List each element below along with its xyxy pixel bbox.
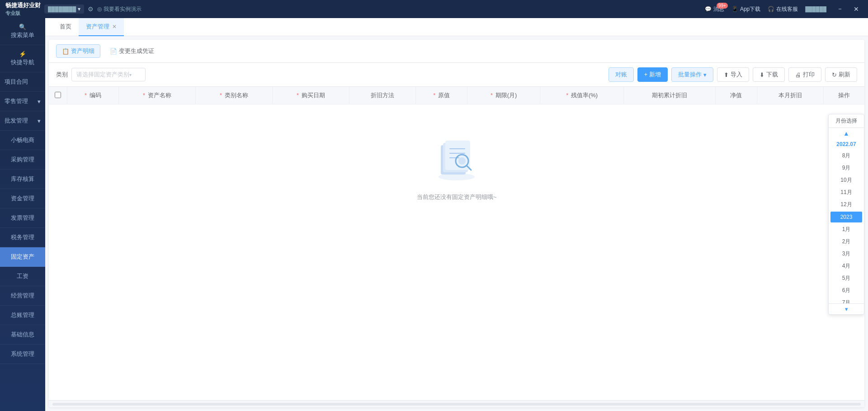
sidebar-item-wholesale[interactable]: 批发管理 ▾ [0, 111, 45, 131]
sub-tab-voucher-label: 变更生成凭证 [119, 47, 154, 55]
reconcile-button[interactable]: 对账 [609, 67, 634, 82]
sidebar-item-finance[interactable]: 资金管理 [0, 189, 45, 208]
scroll-down-button[interactable]: ▾ [829, 303, 864, 314]
month-list: 8月 9月 10月 11月 12 [829, 150, 864, 303]
sidebar-item-invoice[interactable]: 发票管理 [0, 208, 45, 228]
empty-state: 当前您还没有固定资产明细哦~ [49, 104, 864, 228]
demo-link[interactable]: ◎ 我要看实例演示 [97, 5, 142, 13]
tab-bar: 首页 资产管理 ✕ [45, 18, 868, 36]
chevron-down-icon: ▾ [78, 6, 80, 12]
sidebar-item-tax[interactable]: 税务管理 [0, 228, 45, 247]
sidebar-search[interactable]: 🔍 搜索菜单 [0, 18, 45, 45]
empty-text: 当前您还没有固定资产明细哦~ [417, 193, 497, 201]
filter-label: 类别 [56, 71, 68, 79]
sidebar-item-project[interactable]: 项目合同 [0, 72, 45, 92]
month-item-11[interactable]: 11月 [829, 186, 864, 198]
sidebar-item-ecommerce[interactable]: 小畅电商 [0, 131, 45, 150]
content-area: 首页 资产管理 ✕ 📋 资产明细 📄 变更生成凭证 [45, 18, 868, 411]
sidebar-item-system[interactable]: 系统管理 [0, 345, 45, 364]
tab-close-icon[interactable]: ✕ [112, 24, 117, 30]
tab-home[interactable]: 首页 [52, 18, 79, 36]
online-service-button[interactable]: 🎧 在线客服 [768, 5, 798, 13]
sidebar-item-label: 项目合同 [5, 78, 28, 86]
month-item-year-2023[interactable]: 2023 [830, 212, 862, 222]
import-button[interactable]: ⬆ 导入 [717, 67, 749, 82]
month-item-8[interactable]: 8月 [829, 150, 864, 162]
chevron-down-icon: ▾ [38, 118, 41, 124]
sidebar-item-quick-nav[interactable]: ⚡ 快捷导航 [0, 45, 45, 72]
sidebar-item-purchase[interactable]: 采购管理 [0, 150, 45, 170]
month-selector-panel: 月份选择 ▲ 2022.07 8月 9月 10月 [828, 114, 864, 315]
sub-tab-detail-label: 资产明细 [71, 47, 94, 55]
print-label: 打印 [803, 71, 815, 79]
nav-icon: ⚡ [19, 51, 26, 57]
sidebar-item-label: 总账管理 [11, 311, 34, 319]
app-download-button[interactable]: 📱 App下载 [731, 5, 760, 13]
search-label: 搜索菜单 [11, 31, 34, 39]
sub-tabs: 📋 资产明细 📄 变更生成凭证 [49, 40, 864, 63]
month-item-10[interactable]: 10月 [829, 174, 864, 186]
scroll-up-button[interactable]: ▲ [829, 128, 864, 139]
scrollbar-track[interactable] [52, 403, 861, 406]
inner-content: 📋 资产明细 📄 变更生成凭证 类别 请选择固定资产类别 [45, 36, 868, 411]
headset-icon: 🎧 [768, 6, 774, 12]
table-header-row: * 编码 * 资产名称 * 类别名称 [49, 87, 864, 104]
demo-icon: ◎ [97, 6, 102, 12]
assets-table: * 编码 * 资产名称 * 类别名称 [49, 87, 864, 104]
add-button[interactable]: + 新增 [637, 67, 668, 82]
sidebar-item-label: 小畅电商 [11, 136, 34, 144]
sidebar-item-label: 税务管理 [11, 233, 34, 241]
close-button[interactable]: ✕ [850, 3, 863, 15]
month-item-9[interactable]: 9月 [829, 162, 864, 174]
search-icon: 🔍 [19, 24, 26, 30]
month-item-1[interactable]: 1月 [829, 223, 864, 236]
col-period: * 期限(月) [467, 87, 540, 104]
current-period-label[interactable]: 2022.07 [829, 139, 864, 150]
detail-icon: 📋 [62, 48, 69, 55]
minimize-button[interactable]: － [834, 3, 846, 15]
col-code: * 编码 [67, 87, 118, 104]
bottom-scrollbar [49, 400, 864, 407]
reconcile-label: 对账 [615, 71, 627, 79]
add-label: + 新增 [644, 71, 661, 79]
app-download-label: App下载 [740, 5, 760, 13]
select-all-checkbox[interactable] [55, 92, 61, 98]
chevron-down-icon: ▾ [703, 71, 707, 78]
top-bar-right: 💬 消息 99+ 📱 App下载 🎧 在线客服 ██████ － ✕ [705, 3, 863, 15]
sidebar-item-label: 系统管理 [11, 350, 34, 358]
table-container: * 编码 * 资产名称 * 类别名称 [49, 87, 864, 400]
month-item-12[interactable]: 12月 [829, 198, 864, 211]
batch-button[interactable]: 批量操作 ▾ [671, 67, 713, 82]
messages-button[interactable]: 💬 消息 99+ [705, 5, 724, 13]
import-icon: ⬆ [724, 71, 729, 78]
download-button[interactable]: ⬇ 下载 [753, 67, 785, 82]
sidebar-item-assets[interactable]: 固定资产 [0, 247, 45, 267]
sidebar-item-operations[interactable]: 经营管理 [0, 286, 45, 306]
sidebar-item-ledger[interactable]: 总账管理 [0, 306, 45, 325]
month-selector-title: 月份选择 [835, 118, 857, 124]
month-item-6[interactable]: 6月 [829, 284, 864, 297]
refresh-button[interactable]: ↻ 刷新 [825, 67, 857, 82]
toolbar: 类别 请选择固定资产类别 ▾ 对账 + 新增 [49, 63, 864, 87]
sub-tab-voucher[interactable]: 📄 变更生成凭证 [104, 44, 160, 58]
select-all-cell [49, 87, 67, 104]
company-selector[interactable]: ████████ ▾ [44, 5, 84, 14]
sidebar-item-basic[interactable]: 基础信息 [0, 325, 45, 345]
sidebar-item-retail[interactable]: 零售管理 ▾ [0, 92, 45, 111]
month-item-5[interactable]: 5月 [829, 272, 864, 284]
sub-tab-detail[interactable]: 📋 资产明细 [56, 44, 100, 58]
refresh-icon: ↻ [832, 71, 837, 78]
month-item-2[interactable]: 2月 [829, 236, 864, 248]
settings-icon[interactable]: ⚙ [88, 5, 94, 13]
category-select[interactable]: 请选择固定资产类别 ▾ [71, 68, 146, 81]
sidebar-item-salary[interactable]: 工资 [0, 267, 45, 286]
print-button[interactable]: 🖨 打印 [788, 67, 821, 82]
tab-assets[interactable]: 资产管理 ✕ [79, 18, 124, 36]
col-purchase-date: * 购买日期 [272, 87, 349, 104]
month-item-3[interactable]: 3月 [829, 248, 864, 260]
top-bar-left: 畅捷通好业财 专业版 ████████ ▾ ⚙ ◎ 我要看实例演示 [5, 1, 142, 17]
sidebar-item-inventory[interactable]: 库存核算 [0, 170, 45, 189]
month-item-4[interactable]: 4月 [829, 260, 864, 272]
month-item-7[interactable]: 7月 [829, 297, 864, 303]
sidebar-item-label: 发票管理 [11, 214, 34, 222]
